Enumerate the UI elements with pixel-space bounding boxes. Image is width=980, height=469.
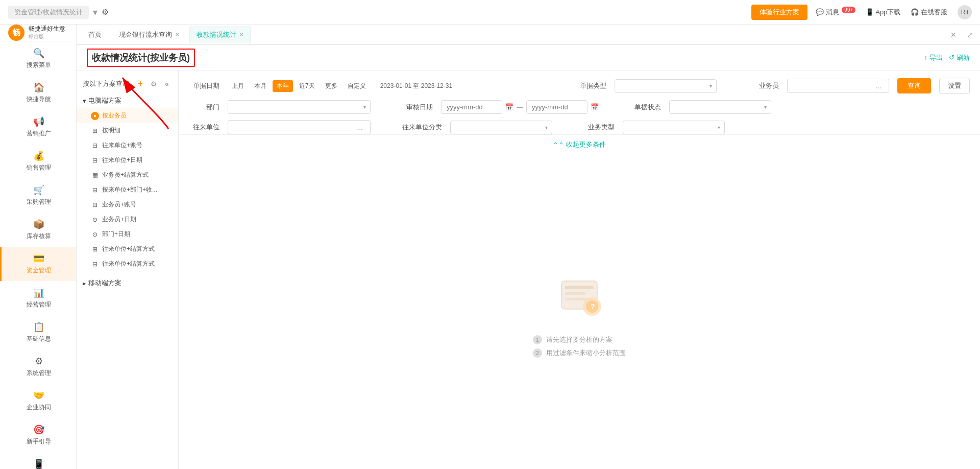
page-header: 收款情况统计(按业务员) ↑ 导出 ↺ 刷新 — [77, 45, 980, 71]
breadcrumb-dropdown[interactable]: ▾ — [93, 7, 97, 18]
audit-date-label: 审核日期 — [402, 103, 433, 112]
tree-item-counterpart-calc[interactable]: ⊞ 往来单位+结算方式 — [77, 242, 178, 256]
sidebar-item-sales[interactable]: 💰 销售管理 — [0, 144, 76, 178]
tree-item-counterpart-dept[interactable]: ⊟ 按来单位+部门+收... — [77, 182, 178, 197]
audit-date-start[interactable] — [441, 100, 502, 114]
tab-bank-close[interactable]: ✕ — [175, 32, 179, 37]
sidebar-item-guide[interactable]: 🎯 新手引导 — [0, 418, 76, 452]
expand-window-icon[interactable]: ⤢ — [964, 29, 976, 41]
salesperson-more-icon[interactable]: ... — [873, 82, 884, 90]
date-tab-custom[interactable]: 自定义 — [344, 80, 370, 92]
date-tab-this-month[interactable]: 本月 — [250, 80, 271, 92]
svg-text:?: ? — [591, 302, 595, 311]
collapse-bar[interactable]: ⌃⌃ 收起更多条件 — [179, 134, 980, 154]
empty-tip-1: 1 请先选择要分析的方案 — [533, 335, 626, 344]
export-button[interactable]: ↑ 导出 — [924, 53, 943, 62]
date-tabs: 上月 本月 本年 近7天 更多 自定义 — [228, 80, 370, 92]
add-scheme-icon[interactable]: + — [135, 79, 145, 89]
salesperson-input[interactable]: ... — [787, 79, 889, 93]
sidebar-item-marketing[interactable]: 📢 营销推广 — [0, 110, 76, 144]
tree-item-salesperson-account[interactable]: ⊟ 业务员+账号 — [77, 197, 178, 212]
sidebar-item-hardware[interactable]: 📱 智能硬件 — [0, 452, 76, 469]
avatar[interactable]: Rit — [958, 5, 972, 19]
message-icon[interactable]: 💬 消息 99+ — [816, 7, 855, 17]
counterpart-account-icon: ⊟ — [91, 142, 99, 150]
collapse-up-icon: ⌃⌃ — [553, 141, 564, 149]
audit-date-end[interactable] — [526, 100, 587, 114]
counterpart-cat-select[interactable]: ▾ — [450, 121, 552, 134]
salesperson-label: 业务员 — [748, 81, 779, 90]
date-tab-this-year[interactable]: 本年 — [273, 80, 293, 92]
salesperson-date-icon: ⊙ — [91, 216, 99, 224]
filter-settings-button[interactable]: 设置 — [939, 78, 970, 94]
refresh-button[interactable]: ↺ 刷新 — [949, 53, 970, 62]
message-badge: 99+ — [842, 7, 855, 13]
app-download[interactable]: 📱 App下载 — [866, 8, 900, 17]
tree-item-dept-date[interactable]: ⊙ 部门+日期 — [77, 227, 178, 242]
sidebar-item-shortcut[interactable]: 🏠 快捷导航 — [0, 76, 76, 110]
tree-item-counterpart-date[interactable]: ⊟ 往来单位+日期 — [77, 153, 178, 168]
doc-type-select[interactable]: ▾ — [615, 79, 717, 93]
detail-icon: ⊞ — [91, 127, 99, 135]
svg-rect-3 — [565, 292, 585, 295]
home-icon: 🏠 — [33, 82, 44, 93]
audit-date-range: 📅 — 📅 — [441, 100, 599, 114]
date-tab-prev-month[interactable]: 上月 — [228, 80, 248, 92]
dept-select[interactable]: ▾ — [228, 100, 371, 114]
settings-icon[interactable]: ⚙ — [102, 7, 109, 17]
sidebar-item-operations[interactable]: 📊 经营管理 — [0, 281, 76, 315]
finance-icon: 💳 — [33, 253, 44, 264]
sidebar-item-basic[interactable]: 📋 基础信息 — [0, 315, 76, 349]
tree-section-desktop: ▾ 电脑端方案 ● 按业务员 ⊞ 按明细 ⊟ 往来单位+账号 — [77, 93, 178, 275]
top-bar-left: 资金管理/收款情况统计 ▾ ⚙ — [8, 6, 751, 19]
cal-end-icon: 📅 — [591, 103, 599, 111]
date-separator: — — [517, 103, 523, 111]
tree-item-by-salesperson[interactable]: ● 按业务员 — [77, 108, 178, 123]
tree-item-counterpart-calc2[interactable]: ⊟ 往来单位+结算方式 — [77, 256, 178, 271]
date-tab-more[interactable]: 更多 — [321, 80, 341, 92]
tree-group-mobile[interactable]: ▸ 移动端方案 — [77, 275, 178, 291]
tree-item-salesperson-calc[interactable]: ▦ 业务员+结算方式 — [77, 168, 178, 182]
purchase-icon: 🛒 — [33, 184, 44, 196]
left-panel: 按以下方案查询 + ⚙ « — [77, 71, 179, 469]
tree-item-salesperson-date[interactable]: ⊙ 业务员+日期 — [77, 212, 178, 227]
sidebar-item-finance[interactable]: 💳 资金管理 — [0, 247, 76, 281]
counterpart-cat-dropdown-icon: ▾ — [545, 125, 548, 130]
counterpart-input[interactable]: ... — [228, 120, 371, 134]
biz-type-dropdown-icon: ▾ — [718, 125, 720, 130]
close-window-icon[interactable]: ✕ — [947, 29, 960, 41]
top-bar: 资金管理/收款情况统计 ▾ ⚙ 体验行业方案 💬 消息 99+ 📱 App下载 … — [0, 0, 980, 25]
tab-bar-controls: ✕ ⤢ — [947, 29, 976, 41]
tab-home[interactable]: 首页 — [81, 27, 109, 43]
biz-type-select[interactable]: ▾ — [623, 121, 725, 134]
online-service[interactable]: 🎧 在线客服 — [911, 8, 947, 17]
date-tab-last7[interactable]: 近7天 — [295, 80, 319, 92]
doc-status-select[interactable]: ▾ — [669, 100, 771, 114]
marketing-icon: 📢 — [33, 116, 44, 127]
tree-item-by-detail[interactable]: ⊞ 按明细 — [77, 123, 178, 138]
query-button[interactable]: 查询 — [897, 78, 931, 93]
sidebar-item-purchase[interactable]: 🛒 采购管理 — [0, 178, 76, 213]
sidebar-item-search[interactable]: 🔍 搜索菜单 — [0, 41, 76, 76]
tip-num-1: 1 — [533, 335, 542, 344]
trial-button[interactable]: 体验行业方案 — [751, 5, 807, 20]
tree-section-mobile: ▸ 移动端方案 — [77, 275, 178, 295]
refresh-icon: ↺ — [949, 54, 954, 61]
svg-rect-2 — [565, 286, 594, 289]
biz-type-label: 业务类型 — [584, 123, 615, 132]
dept-date-icon: ⊙ — [91, 230, 99, 239]
sidebar-item-corp[interactable]: 🤝 企业协同 — [0, 384, 76, 418]
date-label: 单据日期 — [189, 81, 219, 90]
panel-collapse-icon[interactable]: « — [162, 79, 172, 89]
tab-receipt-close[interactable]: ✕ — [239, 32, 243, 37]
tree-group-expand-icon: ▾ — [83, 97, 86, 105]
tree-group-desktop[interactable]: ▾ 电脑端方案 — [77, 93, 178, 108]
scheme-settings-icon[interactable]: ⚙ — [149, 79, 159, 89]
sidebar-item-inventory[interactable]: 📦 库存核算 — [0, 213, 76, 247]
sidebar-item-system[interactable]: ⚙ 系统管理 — [0, 349, 76, 384]
tab-receipt[interactable]: 收款情况统计 ✕ — [189, 27, 251, 43]
counterpart-more-icon[interactable]: ... — [355, 123, 365, 131]
tab-bank[interactable]: 现金银行流水查询 ✕ — [111, 27, 187, 43]
inventory-icon: 📦 — [33, 219, 44, 230]
tree-item-counterpart-account[interactable]: ⊟ 往来单位+账号 — [77, 138, 178, 153]
